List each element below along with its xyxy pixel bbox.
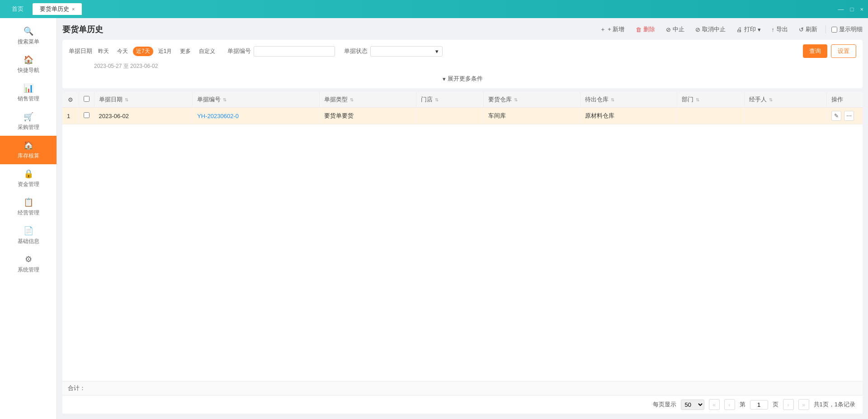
date-btn-yesterday[interactable]: 昨天 xyxy=(95,47,112,56)
sidebar-item-sales[interactable]: 📊 销售管理 xyxy=(0,79,57,107)
show-detail-checkbox[interactable] xyxy=(831,27,837,33)
date-btn-custom[interactable]: 自定义 xyxy=(196,47,218,56)
tab-yihuo[interactable]: 要货单历史 × xyxy=(33,3,82,15)
delete-button[interactable]: 🗑 删除 xyxy=(633,24,658,35)
stop-icon: ⊘ xyxy=(666,26,671,33)
clipboard-icon: 📋 xyxy=(24,197,33,207)
select-all-checkbox[interactable] xyxy=(84,96,90,102)
th-doctype: 单据类型 ⇅ xyxy=(319,92,416,108)
table-footer: 合计： xyxy=(62,381,863,395)
filter-date-label: 单据日期 xyxy=(69,47,92,55)
row-edit-button[interactable]: ✎ xyxy=(831,111,841,121)
th-pending-warehouse-label: 待出仓库 xyxy=(585,95,609,104)
sidebar-item-inventory[interactable]: 🏠 库存核算 xyxy=(0,136,57,164)
delete-icon: 🗑 xyxy=(636,26,642,33)
export-button[interactable]: ↑ 导出 xyxy=(769,24,791,35)
th-docno-label: 单据编号 xyxy=(197,95,221,104)
sort-req-warehouse-icon[interactable]: ⇅ xyxy=(514,97,518,102)
print-label: 打印 xyxy=(744,25,756,33)
th-store-label: 门店 xyxy=(421,95,433,104)
sidebar-item-system[interactable]: ⚙ 系统管理 xyxy=(0,250,57,278)
footer-label: 合计： xyxy=(68,384,85,392)
page-next-btn[interactable]: › xyxy=(783,399,794,410)
cancel-stop-button[interactable]: ⊘ 取消中止 xyxy=(693,24,728,35)
page-input[interactable] xyxy=(750,400,768,409)
tab-close-icon[interactable]: × xyxy=(72,6,75,12)
page-last-btn[interactable]: » xyxy=(798,399,809,410)
toolbar: ＋ + 新增 🗑 删除 ⊘ 中止 ⊘ 取消中止 🖨 打印 xyxy=(597,24,863,35)
date-btn-1month[interactable]: 近1月 xyxy=(155,47,175,56)
tab-yihuo-label: 要货单历史 xyxy=(40,5,69,13)
filter-date-btns: 昨天 今天 近7天 近1月 更多 自定义 xyxy=(95,47,218,56)
sort-date-icon[interactable]: ⇅ xyxy=(125,97,128,102)
page-goto-label: 第 xyxy=(740,400,745,409)
filter-docno-input[interactable] xyxy=(254,46,335,57)
settings-col-icon[interactable]: ⚙ xyxy=(68,96,73,103)
th-settings: ⚙ xyxy=(62,92,79,108)
th-pending-warehouse: 待出仓库 ⇅ xyxy=(580,92,677,108)
gear-icon: ⚙ xyxy=(25,254,32,264)
sidebar-item-finance[interactable]: 🔒 资金管理 xyxy=(0,164,57,193)
sidebar-item-purchase[interactable]: 🛒 采购管理 xyxy=(0,107,57,136)
th-date: 单据日期 ⇅ xyxy=(94,92,193,108)
expand-more-label: 展开更多条件 xyxy=(448,75,483,83)
print-dropdown-icon: ▾ xyxy=(758,26,761,33)
page-prev-btn[interactable]: ‹ xyxy=(724,399,735,410)
new-label: + 新增 xyxy=(608,25,624,33)
cancel-stop-label: 取消中止 xyxy=(702,25,726,33)
query-label: 查询 xyxy=(809,47,821,55)
docno-link[interactable]: YH-20230602-0 xyxy=(197,113,239,119)
window-min-btn[interactable]: — xyxy=(838,6,844,13)
row-more-button[interactable]: ⋯ xyxy=(844,111,854,121)
filter-row-1: 单据日期 昨天 今天 近7天 近1月 更多 自定义 单据编号 xyxy=(69,44,856,58)
expand-more-button[interactable]: ▾ 展开更多条件 xyxy=(438,74,487,84)
new-icon: ＋ xyxy=(600,25,606,33)
filter-status-select[interactable]: ▾ xyxy=(370,46,443,57)
sidebar-item-baseinfo[interactable]: 📄 基础信息 xyxy=(0,221,57,250)
expand-more-row: ▾ 展开更多条件 xyxy=(69,74,856,84)
tab-home[interactable]: 首页 xyxy=(5,3,31,15)
stop-button[interactable]: ⊘ 中止 xyxy=(663,24,687,35)
cell-handler xyxy=(744,108,826,124)
window-controls: — □ × xyxy=(838,6,863,13)
new-button[interactable]: ＋ + 新增 xyxy=(597,24,627,35)
th-handler: 经手人 ⇅ xyxy=(744,92,826,108)
sort-handler-icon[interactable]: ⇅ xyxy=(769,97,773,102)
sort-department-icon[interactable]: ⇅ xyxy=(696,97,699,102)
cell-docno: YH-20230602-0 xyxy=(193,108,320,124)
refresh-button[interactable]: ↺ 刷新 xyxy=(796,24,820,35)
print-button[interactable]: 🖨 打印 ▾ xyxy=(734,24,764,35)
pagination-bar: 每页显示 20 50 100 200 « ‹ 第 页 › » 共1页，1条记录 xyxy=(62,395,863,414)
window-close-btn[interactable]: × xyxy=(860,6,863,13)
show-detail-checkbox-wrap[interactable]: 显示明细 xyxy=(831,25,863,33)
page-size-select[interactable]: 20 50 100 200 xyxy=(681,400,704,410)
date-btn-7days[interactable]: 近7天 xyxy=(133,47,153,56)
cell-req-warehouse: 车间库 xyxy=(483,108,580,124)
date-btn-more[interactable]: 更多 xyxy=(177,47,194,56)
cell-seq: 1 xyxy=(62,108,79,124)
sort-doctype-icon[interactable]: ⇅ xyxy=(350,97,354,102)
tab-bar: 首页 要货单历史 × xyxy=(5,3,838,15)
filter-docno-item: 单据编号 xyxy=(227,46,335,57)
page-first-btn[interactable]: « xyxy=(709,399,720,410)
sidebar-item-quicknav[interactable]: 🏠 快捷导航 xyxy=(0,50,57,79)
cell-department xyxy=(677,108,744,124)
cell-date: 2023-06-02 xyxy=(94,108,193,124)
sort-docno-icon[interactable]: ⇅ xyxy=(223,97,226,102)
date-btn-today[interactable]: 今天 xyxy=(114,47,131,56)
filter-bar: 单据日期 昨天 今天 近7天 近1月 更多 自定义 单据编号 xyxy=(62,40,863,88)
sidebar-item-operation[interactable]: 📋 经营管理 xyxy=(0,193,57,221)
th-req-warehouse: 要货仓库 ⇅ xyxy=(483,92,580,108)
table-header-row: ⚙ 单据日期 ⇅ 单据编号 xyxy=(62,92,863,108)
sort-store-icon[interactable]: ⇅ xyxy=(435,97,439,102)
tab-home-label: 首页 xyxy=(12,5,24,13)
row-checkbox[interactable] xyxy=(84,112,90,118)
sidebar-item-search[interactable]: 🔍 搜索菜单 xyxy=(0,22,57,50)
query-button[interactable]: 查询 xyxy=(803,44,827,58)
lock-icon: 🔒 xyxy=(24,169,33,179)
settings-button[interactable]: 设置 xyxy=(831,44,856,58)
sort-pending-warehouse-icon[interactable]: ⇅ xyxy=(611,97,614,102)
filter-status-item: 单据状态 ▾ xyxy=(344,46,443,57)
window-max-btn[interactable]: □ xyxy=(850,6,854,13)
sidebar-item-system-label: 系统管理 xyxy=(18,266,39,274)
